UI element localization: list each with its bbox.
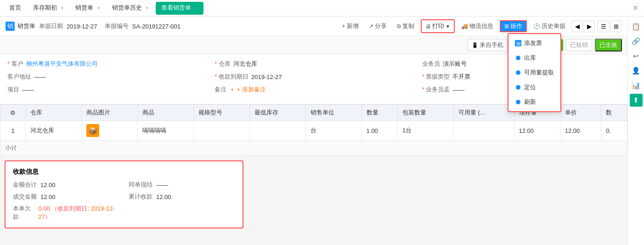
ticket-type-label: 票据类型	[422, 73, 450, 81]
sidebar-return-icon[interactable]: ↩	[630, 50, 643, 63]
customer-field: 客户 柳州粤港平安气体有限公司	[7, 60, 205, 68]
tab-sales-order[interactable]: 销货单 ×	[70, 0, 105, 17]
project-label: 项目	[7, 85, 19, 94]
payment-section: 收款信息 金额合计 12.00 同单现结 —— 成交金额 12.00 累计收款 …	[5, 160, 243, 228]
refresh-item[interactable]: 刷新	[508, 95, 560, 109]
doc-meta: 单据日期 2019-12-27 单据编号 SA-20191227-001	[39, 22, 181, 30]
customer-value[interactable]: 柳州粤港平安气体有限公司	[26, 60, 98, 68]
tab-view-sales[interactable]: 查看销货单 ×	[156, 2, 203, 15]
add-invoice-item[interactable]: ▤ 添发票	[508, 36, 560, 51]
locate-icon	[515, 84, 521, 91]
address-value: ——	[34, 74, 46, 80]
due-date-text: （收款到期日:	[51, 205, 90, 212]
warehouse-value: 河北仓库	[233, 60, 257, 68]
same-order-label: 同单现结	[129, 181, 153, 189]
grid-view-button[interactable]: ⊞	[610, 21, 622, 32]
nav-arrows: ◀ ▶	[572, 21, 595, 32]
view-icons: ☰ ⊞	[598, 21, 622, 32]
current-due-label: 本单欠款	[13, 205, 34, 221]
col-product: 商品	[137, 105, 193, 121]
row-quantity: 1.00	[362, 121, 397, 141]
col-spec: 规格型号	[193, 105, 249, 121]
sidebar-clipboard-icon[interactable]: 📋	[630, 20, 643, 33]
product-thumbnail: 📦	[86, 124, 99, 137]
add-note-button[interactable]: ＋ + 添加备注	[229, 85, 266, 94]
payment-due-label: 收款到期日	[215, 73, 249, 81]
tab-inventory-init[interactable]: 库存期初 ×	[28, 0, 69, 17]
refresh-icon	[515, 99, 521, 105]
list-view-button[interactable]: ☰	[598, 21, 610, 32]
salesperson-label: 业务员	[422, 60, 440, 68]
warehouse-field: 仓库 河北仓库	[215, 60, 412, 68]
salesperson2-label: 业务员孟	[422, 85, 450, 94]
row-product-image: 📦	[82, 121, 138, 141]
project-field: 项目 ——	[7, 85, 205, 94]
close-tab-sales-order[interactable]: ×	[97, 5, 100, 11]
payment-title: 收款信息	[13, 168, 235, 176]
operation-dropdown: ▤ 添发票 出库 可用量提取 定位 刷新	[508, 33, 561, 112]
address-field: 客户地址 ——	[7, 73, 205, 81]
col-settings[interactable]: ⚙	[0, 105, 26, 121]
salesperson-value: 演示账号	[443, 60, 467, 68]
salesperson2-value: ——	[452, 86, 464, 93]
transaction-amount-value: 12.00	[40, 194, 56, 200]
toolbar-actions: + 新增 ↗ 分享 ⧉ 复制 🖨 打印 ▼ 🚚 物流信息 ⊞ 操作	[338, 19, 622, 33]
available-qty-icon	[515, 69, 521, 76]
col-sales-unit: 销售单位	[305, 105, 362, 121]
copy-button[interactable]: ⧉ 复制	[393, 20, 418, 32]
share-button[interactable]: ↗ 分享	[365, 20, 390, 32]
col-available: 可用量 (...	[453, 105, 514, 121]
row-sales-unit: 台	[305, 121, 362, 141]
print-button[interactable]: 🖨 打印 ▼	[421, 19, 455, 33]
project-value: ——	[22, 86, 34, 93]
total-amount-value: 12.00	[40, 182, 56, 188]
sold-badge[interactable]: 已核销	[566, 39, 592, 51]
same-order-value: ——	[156, 182, 168, 188]
row-amount: 0.	[601, 121, 627, 141]
close-tab-inventory[interactable]: ×	[61, 5, 63, 11]
payment-grid: 金额合计 12.00 同单现结 —— 成交金额 12.00 累计收款 12.00…	[13, 181, 235, 221]
prev-button[interactable]: ◀	[572, 21, 583, 32]
note-label: 备注	[215, 85, 226, 94]
col-product-image: 商品图片	[82, 105, 138, 121]
note-field: 备注 ＋ + 添加备注	[215, 85, 412, 94]
address-label: 客户地址	[7, 73, 31, 81]
outbound-item[interactable]: 出库	[508, 51, 560, 65]
sidebar-expand-icon[interactable]: ⬆	[630, 94, 643, 107]
from-phone-button[interactable]: 📱 来自手机	[468, 39, 508, 51]
new-button[interactable]: + 新增	[338, 20, 362, 32]
outbound-icon	[515, 55, 521, 61]
col-amount: 数	[601, 105, 627, 121]
next-button[interactable]: ▶	[584, 21, 595, 32]
col-min-stock: 最低库存	[249, 105, 305, 121]
sidebar-chart-icon[interactable]: 📊	[630, 79, 643, 92]
window-close-button[interactable]: ✕	[633, 4, 638, 12]
locate-item[interactable]: 定位	[508, 80, 560, 95]
subtotal-label: 小计	[0, 141, 627, 156]
sidebar-user-icon[interactable]: 👤	[630, 64, 643, 77]
cumulative-payment-row: 累计收款 12.00	[129, 193, 235, 201]
available-qty-item[interactable]: 可用量提取	[508, 65, 560, 80]
effective-badge[interactable]: 已生效	[595, 39, 622, 51]
logistics-button[interactable]: 🚚 物流信息	[458, 20, 497, 32]
current-due-row: 本单欠款 0.00 （收款到期日: 2019-12-27）	[13, 205, 119, 221]
cumulative-payment-value: 12.00	[156, 194, 171, 200]
doc-title: 销 销货单	[6, 22, 35, 31]
col-unit-price: 单价	[560, 105, 601, 121]
current-due-value: 0.00 （收款到期日: 2019-12-27）	[38, 205, 119, 221]
sidebar-link-icon[interactable]: 🔗	[630, 35, 643, 48]
history-button[interactable]: 🕐 历史单据	[530, 20, 569, 32]
warehouse-label: 仓库	[215, 60, 231, 68]
close-tab-view-sales[interactable]: ×	[195, 5, 198, 11]
doc-no-label: 单据编号 SA-20191227-001	[105, 22, 181, 30]
operation-button[interactable]: ⊞ 操作	[500, 20, 527, 32]
row-spec	[193, 121, 249, 141]
tab-sales-history[interactable]: 销货单历史 ×	[107, 0, 154, 17]
row-current-stock: 12.00	[514, 121, 560, 141]
row-unit-price: 12.00	[560, 121, 601, 141]
add-invoice-icon: ▤	[515, 40, 521, 46]
close-tab-sales-history[interactable]: ×	[146, 5, 148, 11]
tab-home[interactable]: 首页	[4, 0, 27, 17]
row-warehouse: 河北仓库	[26, 121, 82, 141]
same-order-row: 同单现结 ——	[129, 181, 235, 189]
